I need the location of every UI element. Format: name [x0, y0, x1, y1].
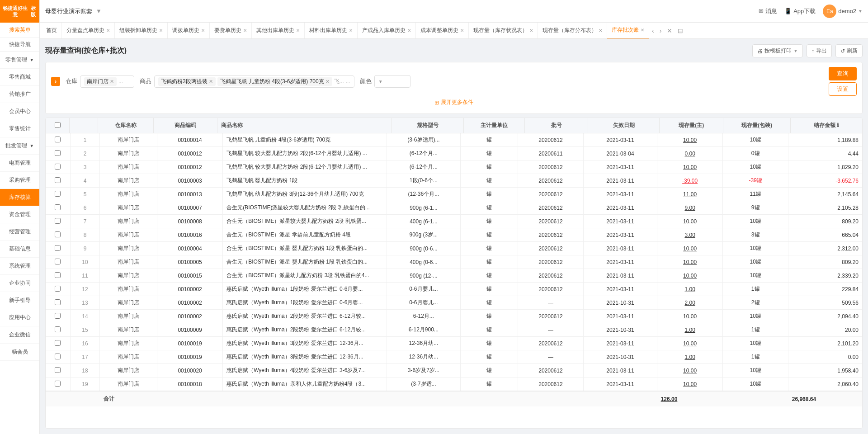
app-download-btn[interactable]: 📱 App下载: [784, 7, 816, 15]
row-checkbox-14[interactable]: [46, 323, 70, 337]
row-checkbox-11[interactable]: [46, 283, 70, 296]
row-checkbox-10[interactable]: [46, 269, 70, 283]
sidebar-item-member2[interactable]: 畅会员: [0, 344, 39, 361]
row-stock1-14[interactable]: 1.00: [657, 323, 723, 337]
product-tags[interactable]: 飞鹤奶粉3段两提装 ✕ 飞鹤星飞帆 儿童奶粉 4段(3-6岁适用) 700克 ✕…: [154, 75, 354, 88]
remove-product-tag-2[interactable]: ✕: [326, 79, 330, 85]
sidebar-item-finance[interactable]: 资金管理: [0, 206, 39, 223]
select-all-checkbox[interactable]: [55, 122, 61, 128]
sidebar-item-wholesale[interactable]: 批发管理 ▼: [0, 137, 39, 155]
sidebar-item-quick-nav[interactable]: 快捷导航: [0, 38, 39, 52]
sidebar-item-purchase[interactable]: 采购管理: [0, 172, 39, 189]
color-input[interactable]: ▼: [374, 75, 410, 88]
row-checkbox-15[interactable]: [46, 337, 70, 350]
row-checkbox-16[interactable]: [46, 350, 70, 364]
tab-group-disassemble[interactable]: 组装拆卸单历史 ✕: [115, 23, 168, 39]
settings-btn[interactable]: 设置: [829, 82, 857, 96]
warehouse-more-btn[interactable]: ...: [118, 78, 123, 85]
close-stock-dist[interactable]: ✕: [599, 28, 602, 33]
row-stock1-6[interactable]: 10.00: [657, 215, 723, 228]
row-stock1-1[interactable]: 0.00: [657, 147, 723, 160]
tab-cost-adjust[interactable]: 成本调整单历史 ✕: [416, 23, 469, 39]
close-other-out[interactable]: ✕: [296, 28, 300, 33]
row-stock1-8[interactable]: 10.00: [657, 242, 723, 255]
row-stock1-11[interactable]: 1.00: [657, 283, 723, 296]
tab-other-out[interactable]: 其他出库单历史 ✕: [252, 23, 305, 39]
sidebar-item-system[interactable]: 系统管理: [0, 258, 39, 275]
sidebar-item-enterprise[interactable]: 企业协同: [0, 275, 39, 292]
tab-split-disc[interactable]: 分量盘点单历史 ✕: [62, 23, 115, 39]
sidebar-item-search[interactable]: 搜索英单: [0, 23, 39, 38]
row-stock1-12[interactable]: 2.00: [657, 296, 723, 310]
row-checkbox-4[interactable]: [46, 188, 70, 201]
col-header-checkbox[interactable]: [46, 118, 70, 133]
row-stock1-17[interactable]: 10.00: [657, 364, 723, 377]
row-checkbox-1[interactable]: [46, 147, 70, 160]
warehouse-tags[interactable]: 南岸门店 ✕ ...: [80, 75, 134, 88]
close-batch-order[interactable]: ✕: [641, 28, 644, 33]
expand-filter-btn[interactable]: ›: [51, 77, 60, 86]
sidebar-item-member[interactable]: 会员中心: [0, 103, 39, 120]
row-stock1-5[interactable]: 9.00: [657, 201, 723, 215]
tab-require[interactable]: 要货单历史 ✕: [210, 23, 252, 39]
row-checkbox-12[interactable]: [46, 296, 70, 310]
refresh-btn[interactable]: ↺ 刷新: [835, 44, 863, 57]
row-checkbox-9[interactable]: [46, 255, 70, 269]
tab-next-btn[interactable]: ›: [657, 27, 665, 34]
query-btn[interactable]: 查询: [829, 67, 857, 80]
row-stock1-0[interactable]: 10.00: [657, 133, 723, 147]
tab-close-all-btn[interactable]: ✕: [664, 27, 675, 34]
row-stock1-9[interactable]: 10.00: [657, 255, 723, 269]
row-checkbox-0[interactable]: [46, 133, 70, 147]
row-checkbox-3[interactable]: [46, 174, 70, 188]
template-print-btn[interactable]: 🖨 按模板打印 ▼: [752, 44, 803, 57]
sidebar-item-marketing[interactable]: 营销推广: [0, 86, 39, 103]
close-group-disassemble[interactable]: ✕: [159, 28, 163, 33]
row-checkbox-7[interactable]: [46, 228, 70, 242]
row-stock1-4[interactable]: 11.00: [657, 188, 723, 201]
row-stock1-16[interactable]: 1.00: [657, 350, 723, 364]
tab-prev-btn[interactable]: ‹: [649, 27, 657, 34]
close-mix[interactable]: ✕: [201, 28, 205, 33]
tab-home[interactable]: 首页: [42, 23, 62, 39]
message-btn[interactable]: ✉ 消息: [759, 7, 777, 15]
close-split-disc[interactable]: ✕: [106, 28, 110, 33]
row-stock1-10[interactable]: 10.00: [657, 269, 723, 283]
close-stock-status[interactable]: ✕: [529, 28, 533, 33]
tab-material-out[interactable]: 材料出库单历史 ✕: [305, 23, 358, 39]
row-checkbox-8[interactable]: [46, 242, 70, 255]
tab-mix[interactable]: 调拨单历史 ✕: [168, 23, 210, 39]
sidebar-item-app-center[interactable]: 应用中心: [0, 309, 39, 326]
tab-batch-order[interactable]: 库存批次账 ✕: [607, 23, 649, 39]
product-more[interactable]: 飞...: [334, 78, 344, 85]
remove-warehouse-tag[interactable]: ✕: [110, 79, 114, 85]
row-checkbox-18[interactable]: [46, 377, 70, 392]
sidebar-item-operations[interactable]: 经营管理: [0, 223, 39, 241]
tab-menu-btn[interactable]: ⊟: [675, 27, 686, 34]
close-require[interactable]: ✕: [243, 28, 247, 33]
tab-stock-status[interactable]: 现存量（库存状况表） ✕: [469, 23, 538, 39]
row-stock1-15[interactable]: 10.00: [657, 337, 723, 350]
close-material-out[interactable]: ✕: [349, 28, 353, 33]
sidebar-item-basic[interactable]: 基础信息: [0, 241, 39, 258]
row-checkbox-5[interactable]: [46, 201, 70, 215]
sidebar-item-retail-stats[interactable]: 零售统计: [0, 120, 39, 137]
sidebar-item-ecommerce[interactable]: 电商管理: [0, 155, 39, 172]
expand-more-btn[interactable]: ⊞ 展开更多条件: [51, 96, 857, 109]
account-selector-arrow[interactable]: ▼: [96, 8, 102, 14]
close-cost-adjust[interactable]: ✕: [460, 28, 464, 33]
row-checkbox-13[interactable]: [46, 310, 70, 323]
row-checkbox-6[interactable]: [46, 215, 70, 228]
tab-stock-dist[interactable]: 现存量（库存分布表） ✕: [538, 23, 607, 39]
row-stock1-3[interactable]: -39.00: [657, 174, 723, 188]
row-stock1-7[interactable]: 3.00: [657, 228, 723, 242]
tab-product-in[interactable]: 产成品入库单历史 ✕: [358, 23, 416, 39]
row-checkbox-2[interactable]: [46, 160, 70, 174]
sidebar-item-retail[interactable]: 零售管理 ▼: [0, 52, 39, 69]
close-product-in[interactable]: ✕: [407, 28, 411, 33]
row-stock1-2[interactable]: 10.00: [657, 160, 723, 174]
row-stock1-13[interactable]: 10.00: [657, 310, 723, 323]
sidebar-item-retail-shop[interactable]: 零售商城: [0, 69, 39, 86]
sidebar-item-inventory[interactable]: 库存核算: [0, 189, 39, 206]
remove-product-tag-1[interactable]: ✕: [209, 79, 213, 85]
